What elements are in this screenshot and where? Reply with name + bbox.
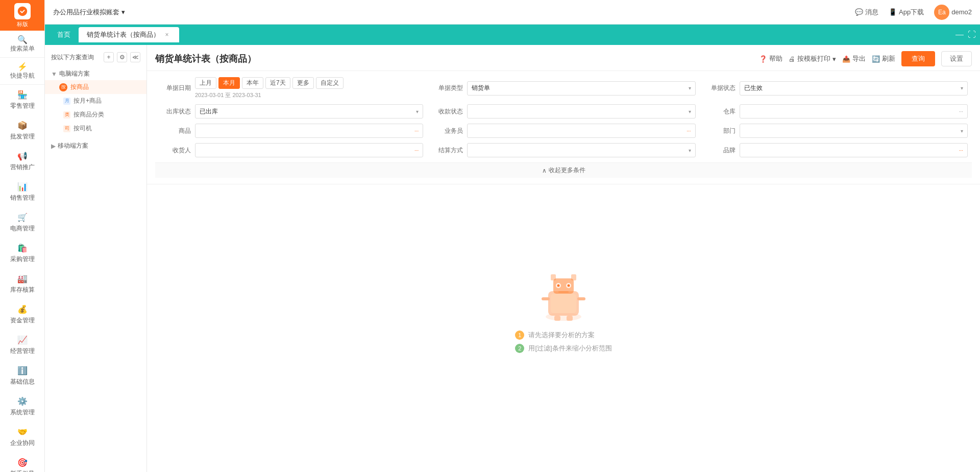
sidebar-item-retail[interactable]: 🏪 零售管理 <box>0 85 44 115</box>
filter-doctype-label: 单据类型 <box>431 84 467 92</box>
sidebar-item-enterprise[interactable]: 🤝 企业协同 <box>0 422 44 453</box>
staff-select[interactable]: ··· <box>467 124 695 138</box>
svg-rect-12 <box>567 316 573 321</box>
template-print-btn[interactable]: 🖨 按模板打印 ▾ <box>789 54 836 63</box>
empty-text-item-2: 2 用[过滤]条件来缩小分析范围 <box>515 344 611 353</box>
sidebar-item-sales[interactable]: 📊 销售管理 <box>0 177 44 207</box>
sidebar-item-finance-label: 资金管理 <box>10 316 35 325</box>
brand-select[interactable]: ··· <box>740 143 968 157</box>
mobile-section-title[interactable]: ▶ 移动端方案 <box>45 139 146 152</box>
quick-nav[interactable]: ⚡ 快捷导航 <box>0 58 44 85</box>
empty-text-1: 请先选择要分析的方案 <box>528 331 595 340</box>
sidebar-item-basic[interactable]: ℹ️ 基础信息 <box>0 361 44 391</box>
settings-btn[interactable]: 设置 <box>941 51 972 66</box>
add-scheme-btn[interactable]: + <box>104 52 114 62</box>
dept-select[interactable]: ▾ <box>740 124 968 138</box>
date-more-btn[interactable]: 更多 <box>292 77 314 89</box>
warehouse-status-select[interactable]: 已出库 ▾ <box>195 104 423 119</box>
tab-active[interactable]: 销货单统计表（按商品） × <box>79 27 179 42</box>
sidebar-item-wholesale-label: 批发管理 <box>10 132 35 141</box>
filter-row-2: 出库状态 已出库 ▾ 收款状态 <box>155 104 972 119</box>
filter-dept-label: 部门 <box>704 127 740 135</box>
empty-state: 1 请先选择要分析的方案 2 用[过滤]条件来缩小分析范围 <box>147 184 980 472</box>
recipient-select[interactable]: ··· <box>195 143 423 157</box>
date-this-year-btn[interactable]: 本年 <box>242 77 263 89</box>
business-icon: 📈 <box>17 335 28 345</box>
purchase-icon: 🛍️ <box>17 243 28 253</box>
warehouse-select[interactable]: ··· <box>740 104 968 119</box>
mobile-section-label: 移动端方案 <box>58 141 88 150</box>
filter-date-label: 单据日期 <box>159 84 195 92</box>
date-last-7days-btn[interactable]: 近7天 <box>265 77 290 89</box>
recipient-dots: ··· <box>414 148 419 153</box>
sidebar-item-wholesale[interactable]: 📦 批发管理 <box>0 115 44 146</box>
filter-brand-value: ··· <box>740 143 968 157</box>
filter-warehouse-status-value: 已出库 ▾ <box>195 104 423 119</box>
sidebar-item-ecommerce[interactable]: 🛒 电商管理 <box>0 207 44 238</box>
export-btn[interactable]: 📤 导出 <box>842 54 866 63</box>
sidebar-item-business-label: 经营管理 <box>10 347 35 356</box>
settings-scheme-btn[interactable]: ⚙ <box>117 52 127 62</box>
tab-minimize-icon[interactable]: — <box>955 30 964 39</box>
query-btn[interactable]: 查询 <box>901 51 935 66</box>
message-btn[interactable]: 💬 消息 <box>855 8 878 17</box>
sidebar-item-business[interactable]: 📈 经营管理 <box>0 330 44 361</box>
doctype-select[interactable]: 销货单 ▾ <box>467 81 695 96</box>
sidebar-item-purchase-label: 采购管理 <box>10 255 35 264</box>
desktop-section-title[interactable]: ▼ 电脑端方案 <box>45 67 146 80</box>
add-icon: + <box>107 54 110 61</box>
search-menu[interactable]: 🔍 搜索菜单 <box>0 31 44 58</box>
by-cashier-icon: 司 <box>63 125 70 132</box>
app-download-label: App下载 <box>899 8 924 17</box>
collapse-panel-btn[interactable]: ≪ <box>130 52 140 62</box>
message-label: 消息 <box>865 8 878 17</box>
tab-maximize-icon[interactable]: ⛶ <box>968 30 976 39</box>
sidebar-item-inventory[interactable]: 🏭 库存核算 <box>0 269 44 299</box>
filter-brand-cell: 品牌 ··· <box>700 143 972 157</box>
scheme-by-category[interactable]: 类 按商品分类 <box>45 108 146 122</box>
svg-rect-11 <box>554 316 560 321</box>
scheme-by-product[interactable]: 按 按商品 <box>45 80 146 94</box>
enterprise-icon: 🤝 <box>17 427 28 437</box>
sidebar-item-marketing[interactable]: 📢 营销推广 <box>0 146 44 177</box>
app-logo: 标版 <box>0 0 45 31</box>
wholesale-icon: 📦 <box>17 121 28 130</box>
date-this-month-btn[interactable]: 本月 <box>218 77 240 89</box>
help-btn[interactable]: ❓ 帮助 <box>759 54 782 63</box>
app-download-btn[interactable]: 📱 App下载 <box>889 8 924 17</box>
tab-home[interactable]: 首页 <box>49 27 79 42</box>
sidebar-item-system[interactable]: ⚙️ 系统管理 <box>0 391 44 422</box>
collapse-bar[interactable]: ∧ 收起更多条件 <box>155 162 972 178</box>
date-last-month-btn[interactable]: 上月 <box>195 77 216 89</box>
product-select[interactable]: ··· <box>195 124 423 138</box>
right-content: 销货单统计表（按商品） ❓ 帮助 🖨 按模板打印 ▾ 📤 导出 <box>147 45 980 472</box>
sidebar-item-purchase[interactable]: 🛍️ 采购管理 <box>0 238 44 269</box>
mobile-expand-icon: ▶ <box>51 143 56 150</box>
warehouse-status-val: 已出库 <box>200 107 218 116</box>
payment-status-select[interactable]: ▾ <box>467 104 695 119</box>
empty-text-item-1: 1 请先选择要分析的方案 <box>515 331 595 340</box>
industry-dropdown[interactable]: 办公用品行业模拟账套 ▾ <box>53 8 125 17</box>
filter-payment-status-value: ▾ <box>467 104 695 119</box>
left-panel-title: 按以下方案查询 <box>51 53 94 62</box>
query-label: 查询 <box>912 55 925 62</box>
search-menu-label: 搜索菜单 <box>10 45 35 52</box>
sidebar-item-newbie[interactable]: 🎯 新手引导 <box>0 453 44 472</box>
refresh-btn[interactable]: 🔄 刷新 <box>872 54 895 63</box>
quick-nav-label: 快捷导航 <box>10 72 35 79</box>
empty-text-2: 用[过滤]条件来缩小分析范围 <box>528 344 611 353</box>
sidebar-item-finance[interactable]: 💰 资金管理 <box>0 299 44 330</box>
scheme-by-month-product[interactable]: 月 按月+商品 <box>45 94 146 108</box>
sidebar-item-system-label: 系统管理 <box>10 408 35 417</box>
user-profile[interactable]: Ea demo2 <box>934 5 972 20</box>
filter-settlement-label: 结算方式 <box>431 146 467 155</box>
app-subtitle: 标版 <box>17 20 28 28</box>
settlement-select[interactable]: ▾ <box>467 143 695 157</box>
dept-arrow: ▾ <box>961 128 963 134</box>
date-range-text: 2023-03-01 至 2023-03-31 <box>195 91 344 99</box>
date-custom-btn[interactable]: 自定义 <box>316 77 344 89</box>
docstatus-select[interactable]: 已生效 ▾ <box>740 81 968 96</box>
filter-date-cell: 单据日期 上月 本月 本年 近7天 更多 自定义 <box>155 77 427 99</box>
tab-close-icon[interactable]: × <box>163 31 171 39</box>
scheme-by-cashier[interactable]: 司 按司机 <box>45 122 146 135</box>
